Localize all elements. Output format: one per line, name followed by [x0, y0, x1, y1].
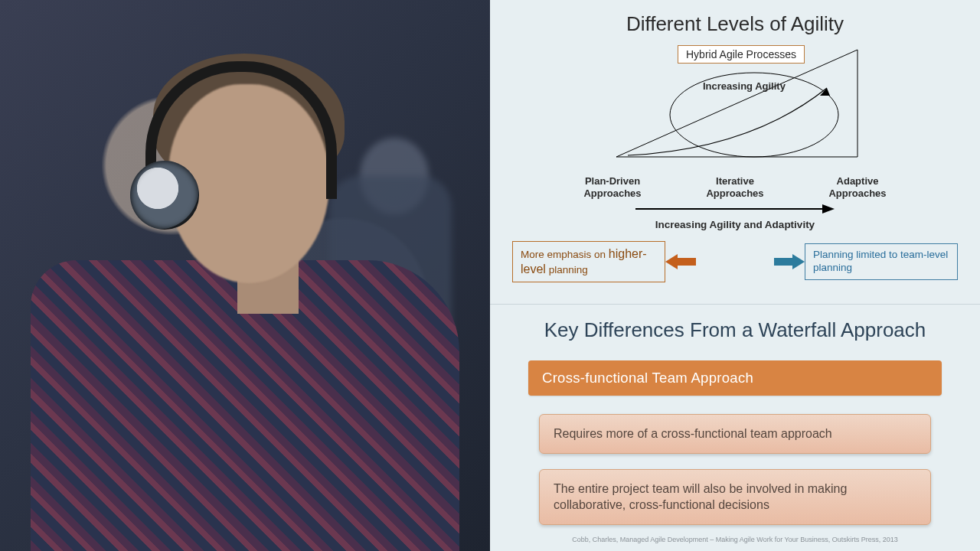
agility-levels-section: Different Levels of Agility Hybrid	[490, 0, 980, 290]
axis-label: Increasing Agility and Adaptivity	[511, 219, 959, 230]
bullet-box-2: The entire project team will also be inv…	[539, 469, 931, 525]
section-title-waterfall: Key Differences From a Waterfall Approac…	[521, 318, 949, 342]
axis-arrow	[620, 204, 850, 217]
svg-marker-8	[774, 254, 805, 269]
arrow-left-icon	[665, 253, 696, 270]
planning-comparison-row: More emphasis on higher-level planning P…	[512, 241, 958, 282]
plan-left-suffix: planning	[546, 264, 588, 276]
approach-plan-driven: Plan-DrivenApproaches	[567, 175, 658, 199]
svg-marker-7	[665, 254, 696, 269]
plan-driven-planning-box: More emphasis on higher-level planning	[512, 241, 665, 282]
right-content-pane: Different Levels of Agility Hybrid	[490, 0, 980, 551]
headphones-earcup-icon	[130, 161, 199, 230]
svg-line-2	[616, 50, 858, 157]
left-photo-pane	[0, 0, 490, 551]
plan-left-prefix: More emphasis on	[521, 249, 609, 260]
approach-adaptive: AdaptiveApproaches	[812, 175, 903, 199]
approach-iterative: IterativeApproaches	[689, 175, 781, 199]
approach-labels-row: Plan-DrivenApproaches IterativeApproache…	[567, 175, 903, 199]
subheading-bar: Cross-functional Team Approach	[528, 360, 942, 396]
adaptive-planning-box: Planning limited to team-level planning	[805, 243, 958, 280]
foreground-person	[31, 31, 429, 520]
hybrid-agile-label-box: Hybrid Agile Processes	[678, 45, 805, 64]
arrow-right-icon	[774, 253, 805, 270]
increasing-agility-label: Increasing Agility	[703, 80, 786, 92]
citation-footer: Cobb, Charles, Managed Agile Development…	[490, 536, 980, 543]
waterfall-differences-section: Key Differences From a Waterfall Approac…	[490, 305, 980, 525]
section-title-agility: Different Levels of Agility	[511, 12, 959, 36]
slide-stage: Different Levels of Agility Hybrid	[0, 0, 980, 551]
agility-chart: Hybrid Agile Processes Increasing Agilit…	[574, 42, 896, 172]
bullet-box-1: Requires more of a cross-functional team…	[539, 414, 931, 454]
right-arrow-icon	[635, 204, 835, 214]
svg-marker-6	[822, 204, 835, 214]
